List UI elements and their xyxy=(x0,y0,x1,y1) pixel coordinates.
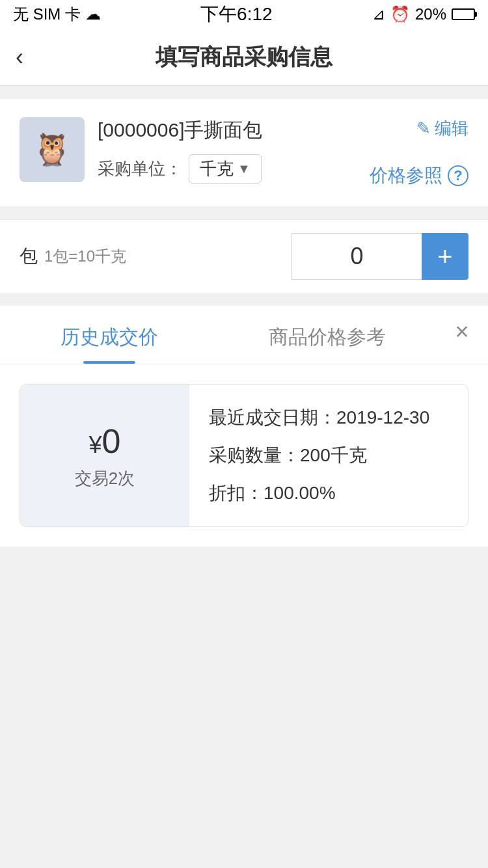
battery-icon xyxy=(452,8,475,20)
price-discount-row: 折扣：100.00% xyxy=(209,480,448,507)
unit-label: 采购单位： xyxy=(98,157,182,180)
product-image: 🦉 xyxy=(20,117,85,182)
tab-history-price[interactable]: 历史成交价 xyxy=(0,306,218,364)
price-date-row: 最近成交日期：2019-12-30 xyxy=(209,404,448,431)
price-card-right: 最近成交日期：2019-12-30 采购数量：200千克 折扣：100.00% xyxy=(189,385,468,526)
quantity-input[interactable]: 0 xyxy=(291,233,422,280)
price-display: ¥0 xyxy=(89,422,121,461)
product-section: 🦉 [0000006]手撕面包 采购单位： 千克 ▼ ✎ 编辑 价格参照 xyxy=(0,99,488,206)
tab-product-price-ref[interactable]: 商品价格参考 xyxy=(218,306,436,364)
edit-button[interactable]: ✎ 编辑 xyxy=(416,117,468,140)
product-right: ✎ 编辑 价格参照 ? xyxy=(370,117,468,188)
status-left: 无 SIM 卡 ☁ xyxy=(13,4,101,25)
tabs-header: 历史成交价 商品价格参考 × xyxy=(0,306,488,364)
price-quantity-value: 200千克 xyxy=(300,445,367,465)
price-value: 0 xyxy=(102,422,121,460)
price-trades: 交易2次 xyxy=(75,467,135,490)
edit-label: 编辑 xyxy=(435,117,468,140)
status-right: ⊿ ⏰ 20% xyxy=(372,5,475,23)
price-quantity-row: 采购数量：200千克 xyxy=(209,442,448,469)
price-card: ¥0 交易2次 最近成交日期：2019-12-30 采购数量：200千克 折扣：… xyxy=(20,384,468,527)
quantity-unit: 包 xyxy=(20,244,38,269)
sim-label: 无 SIM 卡 ☁ xyxy=(13,4,101,25)
quantity-unit-note: 1包=10千克 xyxy=(44,246,126,267)
status-time: 下午6:12 xyxy=(200,2,273,27)
price-discount-label: 折扣： xyxy=(209,483,264,503)
status-bar: 无 SIM 卡 ☁ 下午6:12 ⊿ ⏰ 20% xyxy=(0,0,488,29)
quantity-control: 0 + xyxy=(291,233,468,280)
dropdown-arrow-icon: ▼ xyxy=(237,161,251,176)
unit-value: 千克 xyxy=(200,157,234,180)
price-ref-button[interactable]: 价格参照 ? xyxy=(370,163,468,188)
nav-bar: ‹ 填写商品采购信息 xyxy=(0,29,488,86)
product-name: [0000006]手撕面包 xyxy=(98,117,262,144)
tabs-close-button[interactable]: × xyxy=(436,318,488,352)
tabs-section: 历史成交价 商品价格参考 × ¥0 交易2次 最近成交日期：2019-12-30… xyxy=(0,306,488,547)
price-currency: ¥ xyxy=(89,431,102,458)
product-info: [0000006]手撕面包 采购单位： 千克 ▼ xyxy=(98,117,262,183)
unit-select[interactable]: 千克 ▼ xyxy=(189,154,262,183)
product-thumbnail-icon: 🦉 xyxy=(33,131,72,168)
back-button[interactable]: ‹ xyxy=(16,44,23,71)
info-icon: ? xyxy=(448,165,468,186)
battery-percent: 20% xyxy=(415,5,446,23)
quantity-section: 包 1包=10千克 0 + xyxy=(0,219,488,293)
price-card-left: ¥0 交易2次 xyxy=(20,385,189,526)
price-date-label: 最近成交日期： xyxy=(209,407,336,427)
quantity-plus-button[interactable]: + xyxy=(422,233,468,280)
edit-icon: ✎ xyxy=(416,118,431,139)
alarm-icon: ⏰ xyxy=(390,5,410,23)
location-icon: ⊿ xyxy=(372,5,385,23)
bottom-area xyxy=(0,547,488,868)
price-quantity-label: 采购数量： xyxy=(209,445,300,465)
price-discount-value: 100.00% xyxy=(264,483,336,503)
history-content: ¥0 交易2次 最近成交日期：2019-12-30 采购数量：200千克 折扣：… xyxy=(0,364,488,547)
page-title: 填写商品采购信息 xyxy=(156,42,332,72)
price-ref-label: 价格参照 xyxy=(370,163,442,188)
quantity-label: 包 1包=10千克 xyxy=(20,244,126,269)
price-date-value: 2019-12-30 xyxy=(336,407,429,427)
product-unit-row: 采购单位： 千克 ▼ xyxy=(98,154,262,183)
